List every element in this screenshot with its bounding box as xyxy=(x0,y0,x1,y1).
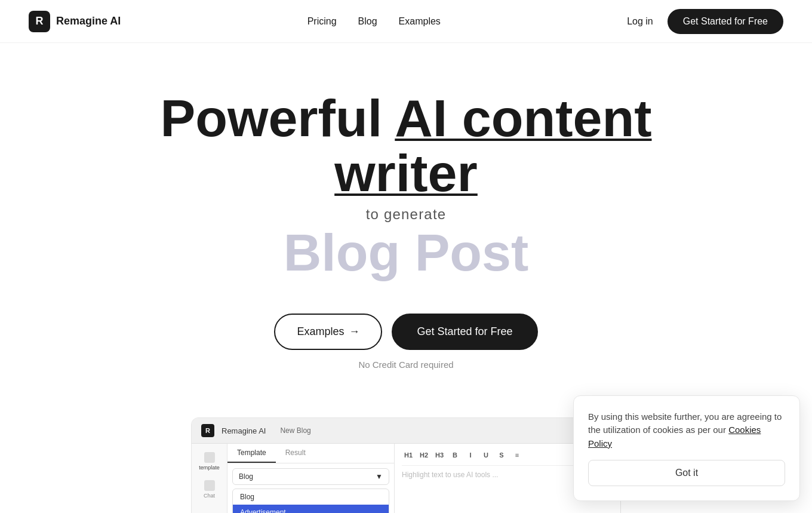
arrow-icon: → xyxy=(349,325,359,338)
toolbar-underline[interactable]: U xyxy=(479,449,493,462)
hero-title: Powerful AI content writer xyxy=(137,91,675,201)
toolbar-list[interactable]: ≡ xyxy=(510,449,524,462)
toolbar-h1[interactable]: H1 xyxy=(402,449,415,462)
dropdown-item-blog[interactable]: Blog xyxy=(233,489,389,505)
nav-logo[interactable]: R Remagine AI xyxy=(29,11,121,32)
chevron-down-icon: ▼ xyxy=(376,472,383,481)
sidebar-template-item[interactable]: template xyxy=(192,449,227,474)
app-new-blog-label: New Blog xyxy=(280,426,310,435)
dropdown-item-advertisement[interactable]: Advertisement xyxy=(233,505,389,513)
brand-name: Remagine AI xyxy=(56,15,121,27)
app-sidebar: template Chat xyxy=(192,444,227,513)
nav-right: Log in Get Started for Free xyxy=(627,9,783,34)
app-left-panel: Template Result Blog ▼ Blog Advertisemen… xyxy=(227,444,395,513)
app-preview-bar: R Remagine AI New Blog xyxy=(192,418,620,444)
template-tab[interactable]: Template xyxy=(227,444,276,463)
app-preview: R Remagine AI New Blog template Chat T xyxy=(191,417,621,513)
app-content: template Chat Template Result Blog ▼ xyxy=(192,444,620,513)
nav-get-started-button[interactable]: Get Started for Free xyxy=(668,9,783,34)
app-dropdown-area: Blog ▼ Blog Advertisement Social Post xyxy=(227,463,394,513)
navbar: R Remagine AI Pricing Blog Examples Log … xyxy=(0,0,812,43)
dropdown-menu: Blog Advertisement Social Post xyxy=(232,489,389,513)
nav-examples[interactable]: Examples xyxy=(399,16,441,27)
cookie-accept-button[interactable]: Got it xyxy=(588,460,785,486)
app-tabs: Template Result xyxy=(227,444,394,463)
cookie-message: By using this website further, you are a… xyxy=(588,410,785,451)
examples-button[interactable]: Examples → xyxy=(274,314,382,350)
nav-blog[interactable]: Blog xyxy=(358,16,377,27)
nav-pricing[interactable]: Pricing xyxy=(307,16,337,27)
app-brand-name: Remagine AI xyxy=(222,426,266,435)
hero-get-started-button[interactable]: Get Started for Free xyxy=(392,314,537,350)
app-logo-small: R xyxy=(201,424,214,437)
toolbar-bold[interactable]: B xyxy=(448,449,462,462)
toolbar-h3[interactable]: H3 xyxy=(433,449,446,462)
sidebar-chat-item[interactable]: Chat xyxy=(192,477,227,502)
hero-subtitle: to generate xyxy=(366,206,447,223)
hero-section: Powerful AI content writer to generate B… xyxy=(0,43,812,406)
template-icon xyxy=(204,452,215,463)
chat-icon xyxy=(204,480,215,491)
toolbar-strikethrough[interactable]: S xyxy=(495,449,508,462)
hero-buttons: Examples → Get Started for Free xyxy=(274,314,537,350)
cookie-banner: By using this website further, you are a… xyxy=(573,395,800,502)
no-credit-card-text: No Credit Card required xyxy=(358,360,453,370)
toolbar-h2[interactable]: H2 xyxy=(417,449,430,462)
logo-icon: R xyxy=(29,11,50,32)
result-tab[interactable]: Result xyxy=(276,444,315,463)
nav-links: Pricing Blog Examples xyxy=(307,16,441,27)
hero-dynamic-word: Blog Post xyxy=(284,225,529,280)
blog-dropdown[interactable]: Blog ▼ xyxy=(232,468,389,485)
nav-login[interactable]: Log in xyxy=(627,16,653,27)
toolbar-italic[interactable]: I xyxy=(464,449,477,462)
